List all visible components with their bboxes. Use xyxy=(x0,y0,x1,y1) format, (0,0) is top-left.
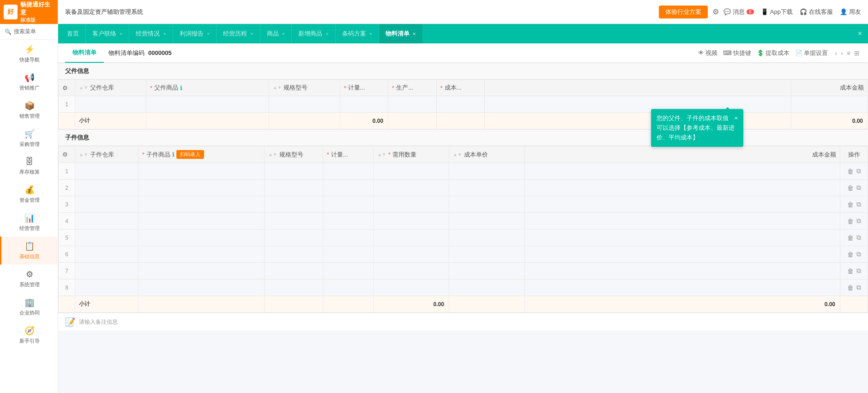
child-goods-8[interactable] xyxy=(138,279,264,296)
nav-grid[interactable]: ⊞ xyxy=(853,49,861,57)
child-goods-7[interactable] xyxy=(138,263,264,279)
tab-bom[interactable]: 物料清单 × xyxy=(379,24,422,43)
close-all-tabs[interactable]: × xyxy=(854,30,866,37)
child-unit-4[interactable] xyxy=(323,213,373,230)
tab-customer[interactable]: 客户联络 × xyxy=(86,24,129,43)
gear-icon[interactable]: ⚙ xyxy=(62,85,68,91)
delete-icon-8[interactable]: 🗑 xyxy=(847,284,854,291)
sidebar-item-quick-nav[interactable]: ⚡ 快捷导航 xyxy=(0,40,58,68)
copy-icon-6[interactable]: ⧉ xyxy=(856,250,861,258)
nav-menu[interactable]: ≡ xyxy=(845,49,852,57)
tab-new-goods[interactable]: 新增商品 × xyxy=(292,24,335,43)
child-spec-7[interactable] xyxy=(264,263,323,279)
parent-production-cell[interactable] xyxy=(388,96,436,113)
child-qty-2[interactable] xyxy=(373,180,449,196)
child-unit-8[interactable] xyxy=(323,279,373,296)
sort-warehouse-icon[interactable]: ▲▼ xyxy=(79,85,88,90)
view-action[interactable]: 👁 视频 xyxy=(698,49,717,57)
tab-goods-close[interactable]: × xyxy=(282,31,285,36)
sidebar-item-finance[interactable]: 💰 资金管理 xyxy=(0,180,58,208)
tab-barcode[interactable]: 条码方案 × xyxy=(336,24,379,43)
child-qty-7[interactable] xyxy=(373,263,449,279)
tab-goods[interactable]: 商品 × xyxy=(260,24,292,43)
delete-icon-4[interactable]: 🗑 xyxy=(847,218,854,225)
tab-ops-status-close[interactable]: × xyxy=(163,31,166,36)
child-unit-cost-4[interactable] xyxy=(449,213,524,230)
parent-spec-cell[interactable] xyxy=(269,96,340,113)
app-download-button[interactable]: 📱 App下载 xyxy=(761,8,793,16)
copy-icon-7[interactable]: ⧉ xyxy=(856,267,861,275)
copy-icon-8[interactable]: ⧉ xyxy=(856,284,861,291)
child-unit-5[interactable] xyxy=(323,230,373,246)
child-spec-3[interactable] xyxy=(264,196,323,213)
child-warehouse-3[interactable] xyxy=(75,196,139,213)
parent-goods-cell[interactable] xyxy=(146,96,269,113)
sidebar-item-purchase[interactable]: 🛒 采购管理 xyxy=(0,124,58,152)
copy-icon-3[interactable]: ⧉ xyxy=(856,200,861,208)
user-button[interactable]: 👤 用友 xyxy=(840,8,861,16)
sidebar-item-sales[interactable]: 📦 销售管理 xyxy=(0,96,58,124)
child-warehouse-2[interactable] xyxy=(75,180,139,196)
child-goods-4[interactable] xyxy=(138,213,264,230)
tab-customer-close[interactable]: × xyxy=(120,31,122,36)
child-warehouse-7[interactable] xyxy=(75,263,139,279)
single-settings-action[interactable]: 📄 单据设置 xyxy=(795,49,828,57)
child-unit-6[interactable] xyxy=(323,246,373,263)
nav-prev[interactable]: ‹ xyxy=(833,49,838,57)
child-qty-6[interactable] xyxy=(373,246,449,263)
child-unit-cost-2[interactable] xyxy=(449,180,524,196)
shortcut-action[interactable]: ⌨ 快捷键 xyxy=(723,49,751,57)
sidebar-item-basic-info[interactable]: 📋 基础信息 xyxy=(0,236,58,265)
child-qty-8[interactable] xyxy=(373,279,449,296)
parent-cost-cell[interactable] xyxy=(436,96,484,113)
tab-profit-close[interactable]: × xyxy=(207,31,210,36)
child-goods-2[interactable] xyxy=(138,180,264,196)
tab-ops-process[interactable]: 经营历程 × xyxy=(217,24,260,43)
sort-child-spec-icon[interactable]: ▲▼ xyxy=(268,152,277,157)
child-warehouse-5[interactable] xyxy=(75,230,139,246)
sidebar-item-marketing[interactable]: 📢 营销推广 xyxy=(0,68,58,96)
delete-icon-7[interactable]: 🗑 xyxy=(847,267,854,275)
child-goods-6[interactable] xyxy=(138,246,264,263)
copy-icon-2[interactable]: ⧉ xyxy=(856,184,861,192)
child-qty-1[interactable] xyxy=(373,163,449,180)
parent-unit-cell[interactable] xyxy=(340,96,388,113)
tab-barcode-close[interactable]: × xyxy=(369,31,372,36)
child-warehouse-6[interactable] xyxy=(75,246,139,263)
child-warehouse-4[interactable] xyxy=(75,213,139,230)
child-goods-1[interactable] xyxy=(138,163,264,180)
tab-home[interactable]: 首页 xyxy=(60,24,86,43)
child-qty-5[interactable] xyxy=(373,230,449,246)
sidebar-item-enterprise[interactable]: 🏢 企业协同 xyxy=(0,293,58,321)
tooltip-close[interactable]: × xyxy=(734,114,738,123)
child-goods-5[interactable] xyxy=(138,230,264,246)
sidebar-item-inventory[interactable]: 🗄 库存核算 xyxy=(0,152,58,180)
gear-icon-child[interactable]: ⚙ xyxy=(62,151,68,158)
subtab-bom-list[interactable]: 物料清单 xyxy=(65,43,104,63)
child-unit-3[interactable] xyxy=(323,196,373,213)
child-goods-3[interactable] xyxy=(138,196,264,213)
tab-profit[interactable]: 利润报告 × xyxy=(173,24,217,43)
child-spec-1[interactable] xyxy=(264,163,323,180)
child-qty-4[interactable] xyxy=(373,213,449,230)
child-unit-1[interactable] xyxy=(323,163,373,180)
sort-child-warehouse-icon[interactable]: ▲▼ xyxy=(79,152,88,157)
delete-icon-1[interactable]: 🗑 xyxy=(847,168,854,175)
delete-icon-3[interactable]: 🗑 xyxy=(847,201,854,208)
scan-button[interactable]: 扫码录入 xyxy=(176,150,204,159)
child-warehouse-1[interactable] xyxy=(75,163,139,180)
copy-icon-1[interactable]: ⧉ xyxy=(856,167,861,175)
sidebar-item-guide[interactable]: 🧭 新手引导 xyxy=(0,321,58,349)
sort-child-cost-icon[interactable]: ▲▼ xyxy=(453,152,462,157)
message-button[interactable]: 💬 消息 6 xyxy=(723,8,754,16)
child-spec-5[interactable] xyxy=(264,230,323,246)
online-service-button[interactable]: 🎧 在线客服 xyxy=(800,8,833,16)
settings-icon[interactable]: ⚙ xyxy=(712,7,719,16)
note-placeholder[interactable]: 请输入备注信息 xyxy=(79,318,118,326)
delete-icon-6[interactable]: 🗑 xyxy=(847,251,854,258)
sort-spec-icon[interactable]: ▲▼ xyxy=(273,85,282,90)
tab-ops-status[interactable]: 经营情况 × xyxy=(129,24,173,43)
child-unit-cost-7[interactable] xyxy=(449,263,524,279)
child-unit-cost-6[interactable] xyxy=(449,246,524,263)
tab-new-goods-close[interactable]: × xyxy=(326,31,328,36)
